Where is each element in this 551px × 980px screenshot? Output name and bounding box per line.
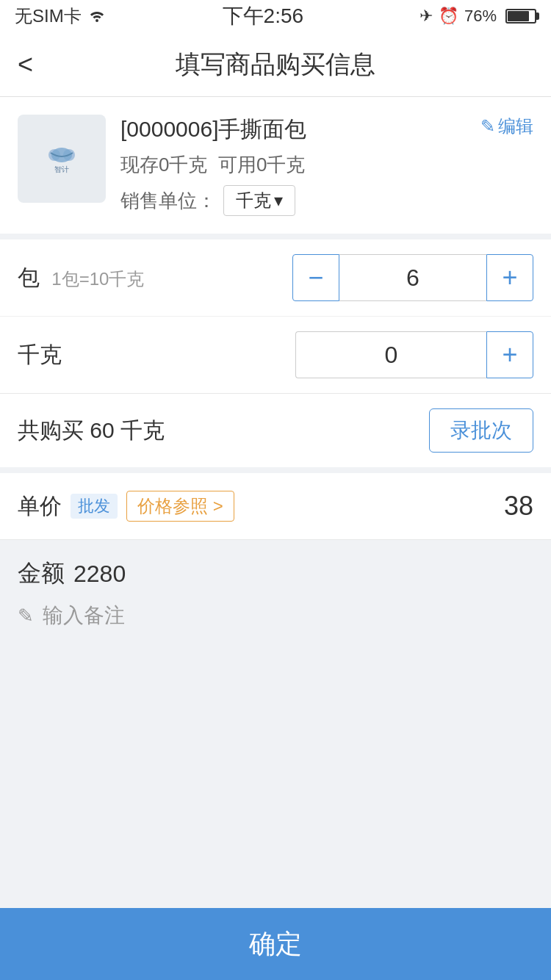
product-stock: 现存0千克 可用0千克 xyxy=(120,152,466,178)
status-left: 无SIM卡 xyxy=(15,4,107,28)
bag-increment-button[interactable]: + xyxy=(486,254,533,301)
summary-row: 共购买 60 千克 录批次 xyxy=(0,394,551,473)
kg-label: 千克 xyxy=(18,340,295,370)
alarm-icon: ⏰ xyxy=(439,7,458,26)
product-info: [0000006]手撕面包 现存0千克 可用0千克 销售单位： 千克 ▾ xyxy=(120,115,466,216)
bag-quantity-input[interactable] xyxy=(339,254,486,301)
chevron-down-icon: ▾ xyxy=(274,190,283,211)
kg-increment-button[interactable]: + xyxy=(486,331,533,378)
amount-row: 金额 2280 xyxy=(18,558,533,590)
confirm-button[interactable]: 确定 xyxy=(0,908,551,980)
time-display: 下午2:56 xyxy=(223,2,304,30)
price-value: 38 xyxy=(504,491,533,522)
bag-input-row: 包 1包=10千克 − + xyxy=(0,239,551,317)
kg-quantity-input[interactable] xyxy=(295,331,486,378)
bag-label: 包 1包=10千克 xyxy=(18,263,292,293)
svg-text:智计: 智计 xyxy=(54,165,69,173)
status-bar: 无SIM卡 下午2:56 ✈ ⏰ 76% xyxy=(0,0,551,32)
batch-button[interactable]: 录批次 xyxy=(429,408,533,453)
edit-button[interactable]: ✎ 编辑 xyxy=(480,115,533,138)
amount-section: 金额 2280 ✎ 输入备注 xyxy=(0,540,551,647)
page-title: 填写商品购买信息 xyxy=(176,48,375,82)
bag-quantity-control: − + xyxy=(292,254,533,301)
battery-percent: 76% xyxy=(464,7,497,26)
status-right: ✈ ⏰ 76% xyxy=(419,7,536,26)
bottom-spacer xyxy=(0,647,551,926)
location-icon: ✈ xyxy=(419,7,433,26)
amount-value: 2280 xyxy=(73,561,126,588)
product-card: 智计 [0000006]手撕面包 现存0千克 可用0千克 销售单位： 千克 ▾ … xyxy=(0,97,551,239)
battery-icon xyxy=(505,9,536,24)
back-button[interactable]: < xyxy=(18,49,33,80)
nav-bar: < 填写商品购买信息 xyxy=(0,32,551,97)
product-name: [0000006]手撕面包 xyxy=(120,115,466,145)
price-section: 单价 批发 价格参照 > 38 xyxy=(0,473,551,540)
bag-hint: 1包=10千克 xyxy=(51,269,144,289)
quantity-section: 包 1包=10千克 − + 千克 + xyxy=(0,239,551,394)
kg-quantity-control: + xyxy=(295,331,533,378)
remark-row[interactable]: ✎ 输入备注 xyxy=(18,602,533,630)
remark-placeholder: 输入备注 xyxy=(43,602,125,630)
wifi-icon xyxy=(87,6,107,26)
pencil-icon: ✎ xyxy=(18,605,34,627)
carrier-text: 无SIM卡 xyxy=(15,4,82,28)
product-unit: 销售单位： 千克 ▾ xyxy=(120,185,466,216)
price-label: 单价 批发 价格参照 > xyxy=(18,491,234,522)
amount-label: 金额 xyxy=(18,558,65,590)
product-logo-icon: 智计 xyxy=(40,137,84,181)
product-image: 智计 xyxy=(18,115,106,203)
price-reference-button[interactable]: 价格参照 > xyxy=(126,491,234,522)
kg-input-row: 千克 + xyxy=(0,317,551,393)
unit-select[interactable]: 千克 ▾ xyxy=(223,185,295,216)
price-row: 单价 批发 价格参照 > 38 xyxy=(18,491,533,522)
edit-icon: ✎ xyxy=(480,116,495,137)
bag-decrement-button[interactable]: − xyxy=(292,254,339,301)
summary-text: 共购买 60 千克 xyxy=(18,416,165,446)
batch-tag: 批发 xyxy=(71,494,118,519)
